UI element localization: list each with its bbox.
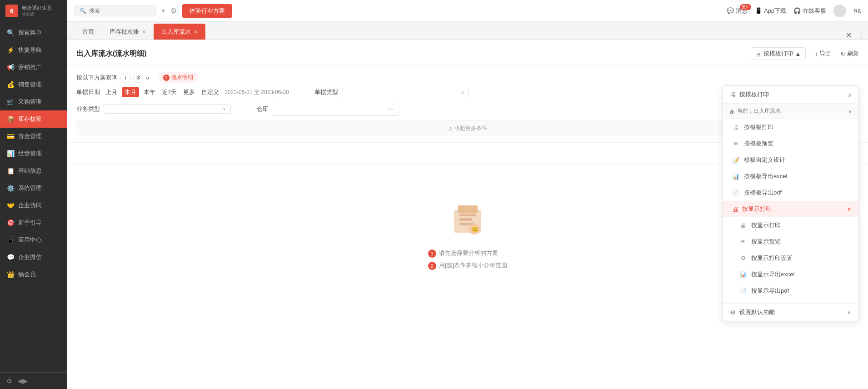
settings-icon[interactable]: ⚙ <box>6 377 12 384</box>
close-tab-icon[interactable]: ✕ <box>846 31 852 40</box>
search-chevron-icon[interactable]: ▾ <box>162 7 165 14</box>
date-option-7days[interactable]: 近7天 <box>160 87 179 97</box>
dropdown-header-title: 按模板打印 <box>739 90 769 99</box>
dropdown-display-print[interactable]: 🖨 按显示打印 <box>723 217 858 234</box>
collapse-bar-icon: ∧ <box>449 125 453 132</box>
dropdown-item-export-pdf[interactable]: 📄 按模板导出pdf <box>723 185 858 201</box>
sidebar-item-guide[interactable]: 🎯 新手引导 <box>0 214 67 231</box>
date-option-this-month[interactable]: 本月 <box>122 87 139 97</box>
filter-setting-button[interactable]: ⚙ <box>133 73 143 83</box>
filter-add-button[interactable]: + <box>120 73 130 83</box>
sidebar-item-sales[interactable]: 💰 销售管理 <box>0 76 67 93</box>
sidebar-item-corp[interactable]: 🤝 企业协同 <box>0 197 67 214</box>
sidebar-icon-basic: 📋 <box>6 167 15 175</box>
sidebar: 6 畅捷通好生意 标准版 🔍 搜索菜单 ⚡ 快捷导航 📢 营销推广 💰 销售管理… <box>0 0 67 389</box>
trial-industry-button[interactable]: 体验行业方案 <box>182 4 232 18</box>
sidebar-item-appstore[interactable]: 📱 应用中心 <box>0 231 67 249</box>
dropdown-item-export-excel[interactable]: 📊 按模板导出excel <box>723 168 858 185</box>
expand-icon[interactable]: ⛶ <box>855 31 863 40</box>
date-option-prev-month[interactable]: 上月 <box>104 87 119 97</box>
tip-text-2: 用[选]条件来缩小分析范围 <box>439 261 507 269</box>
type-filter-select[interactable]: ∨ <box>342 88 469 97</box>
user-avatar[interactable] <box>833 5 846 17</box>
app-download-label: App下载 <box>764 7 786 15</box>
display-export-excel-icon: 📊 <box>739 271 747 278</box>
current-arrow[interactable]: ∨ <box>848 108 852 115</box>
app-download-button[interactable]: 📱 App下载 <box>755 7 786 15</box>
dropdown-item-template-preview[interactable]: 👁 按模板预览 <box>723 135 858 152</box>
refresh-button[interactable]: ↻ 刷新 <box>840 50 859 58</box>
tabs-extra: ✕ ⛶ <box>840 31 868 40</box>
display-preview-icon: 👁 <box>739 238 747 245</box>
display-print-section-header[interactable]: 🖨 按显示打印 ∧ <box>723 201 858 217</box>
sidebar-label-wechat: 企业微信 <box>18 253 42 261</box>
tab-flow[interactable]: 出入库流水 ✕ <box>154 24 205 40</box>
sidebar-icon-appstore: 📱 <box>6 236 15 244</box>
refresh-icon: ↻ <box>840 50 845 57</box>
dropdown-display-print-settings[interactable]: ⚙ 按显示打印设置 <box>723 250 858 266</box>
topbar-gear-icon[interactable]: ⚙ <box>170 6 177 15</box>
tab-batch[interactable]: 库存批次账 ✕ <box>102 24 154 40</box>
dropdown-item-template-custom[interactable]: 📝 模板自定义设计 <box>723 152 858 168</box>
dropdown-display-export-excel[interactable]: 📊 按显示导出excel <box>723 266 858 283</box>
tip-num-2: 2 <box>428 262 436 270</box>
collapse-sidebar-icon[interactable]: ◀▶ <box>18 377 28 384</box>
template-custom-icon: 📝 <box>732 156 739 164</box>
sidebar-item-system[interactable]: ⚙️ 系统管理 <box>0 180 67 197</box>
online-service-button[interactable]: 🎧 在线客服 <box>793 7 826 15</box>
tab-batch-close-icon[interactable]: ✕ <box>142 29 146 35</box>
search-box[interactable]: 🔍 <box>75 5 156 16</box>
topbar-right: 💬 消息 99+ 📱 App下载 🎧 在线客服 Rit <box>727 5 861 17</box>
content-area: 出入库流水(流水明细) 🖨 按模板打印 ▲ · ↑ 导出 · ↻ 刷新 <box>67 40 868 389</box>
message-button[interactable]: 💬 消息 99+ <box>727 7 748 15</box>
date-option-custom[interactable]: 自定义 <box>200 87 221 97</box>
biz-type-select[interactable]: ∨ <box>104 104 231 114</box>
app-name: 畅捷通好生意 <box>22 5 52 11</box>
printer-header-icon: 🖨 <box>729 91 736 98</box>
sidebar-item-basic[interactable]: 📋 基础信息 <box>0 162 67 180</box>
tip-text-1: 请先选择要分析的方案 <box>439 249 498 257</box>
dropdown-display-preview[interactable]: 👁 按显示预览 <box>723 234 858 250</box>
sidebar-icon-vip: 👑 <box>6 270 15 279</box>
biz-type-label: 业务类型 <box>76 105 100 113</box>
print-template-button[interactable]: 🖨 按模板打印 ▲ <box>751 47 806 60</box>
sidebar-item-operation[interactable]: 📊 经营管理 <box>0 145 67 162</box>
sidebar-item-wechat[interactable]: 💬 企业微信 <box>0 249 67 266</box>
sidebar-item-search[interactable]: 🔍 搜索菜单 <box>0 24 67 41</box>
print-dropdown-arrow[interactable]: ▲ <box>795 50 801 57</box>
dropdown-header-collapse-icon[interactable]: ∧ <box>848 91 852 98</box>
warehouse-filter-field: 仓库 ··· <box>256 102 399 116</box>
sidebar-item-shortcut[interactable]: ⚡ 快捷导航 <box>0 41 67 59</box>
tab-home[interactable]: 首页 <box>75 24 102 40</box>
date-filter-label: 单据日期 <box>76 88 100 96</box>
collapse-icon: « <box>146 74 150 81</box>
sidebar-icon-sales: 💰 <box>6 80 15 89</box>
main-content: 🔍 ▾ ⚙ 体验行业方案 💬 消息 99+ 📱 App下载 🎧 在线客服 Rit <box>67 0 868 389</box>
warehouse-more-icon[interactable]: ··· <box>387 104 394 114</box>
sidebar-label-vip: 畅会员 <box>18 270 36 279</box>
dropdown-item-template-print[interactable]: 🖨 按模板打印 <box>723 119 858 135</box>
dropdown-footer[interactable]: ⚙ 设置默认功能 ∨ <box>723 303 858 321</box>
date-option-this-year[interactable]: 本年 <box>142 87 157 97</box>
current-icon: 🖨 <box>729 109 734 114</box>
sidebar-icon-marketing: 📢 <box>6 63 15 71</box>
plus-icon: + <box>124 74 127 81</box>
sidebar-item-purchase[interactable]: 🛒 采购管理 <box>0 93 67 110</box>
dropdown-current-indicator: 🖨 当前：出入库流水 ∨ <box>723 104 858 119</box>
sidebar-label-system: 系统管理 <box>18 184 42 192</box>
filter-row-1: 按以下方案查询 + ⚙ « ⊙ 流水明细 <box>76 72 859 83</box>
sidebar-item-inventory[interactable]: 📦 库存核算 <box>0 110 67 128</box>
dropdown-display-export-pdf[interactable]: 📄 按显示导出pdf <box>723 283 858 299</box>
tab-flow-close-icon[interactable]: ✕ <box>194 29 198 35</box>
date-option-more[interactable]: 更多 <box>181 87 197 97</box>
set-default-arrow: ∨ <box>847 309 851 315</box>
sidebar-item-marketing[interactable]: 📢 营销推广 <box>0 59 67 76</box>
search-input[interactable] <box>89 8 144 14</box>
display-export-pdf-icon: 📄 <box>739 287 747 294</box>
export-button[interactable]: ↑ 导出 <box>815 50 832 58</box>
sidebar-label-search: 搜索菜单 <box>18 29 42 37</box>
sidebar-item-vip[interactable]: 👑 畅会员 <box>0 266 67 283</box>
sidebar-item-finance[interactable]: 💳 资金管理 <box>0 128 67 145</box>
warehouse-input[interactable]: ··· <box>272 102 399 116</box>
filter-collapse-button[interactable]: « <box>146 74 150 81</box>
